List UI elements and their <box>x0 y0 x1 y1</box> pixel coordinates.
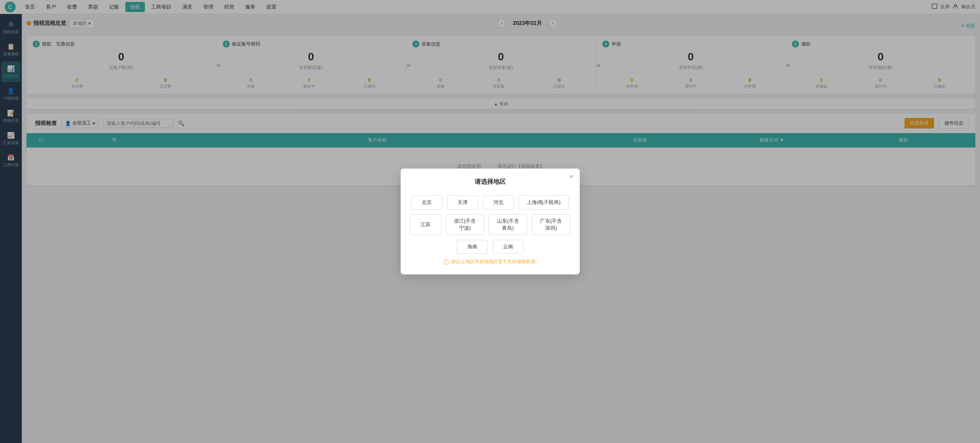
region-jiangsu[interactable]: 江苏 <box>410 214 441 235</box>
warning-icon: ! <box>443 259 449 265</box>
warning-text: 除以上地区外其他地区暂不支持报税检查! <box>451 258 537 265</box>
region-shandong[interactable]: 山东(不含青岛) <box>489 214 527 235</box>
region-hebei[interactable]: 河北 <box>483 195 514 209</box>
dialog-warning: ! 除以上地区外其他地区暂不支持报税检查! <box>410 258 570 265</box>
region-shanghai[interactable]: 上海(电子税局) <box>519 195 569 209</box>
region-hainan[interactable]: 海南 <box>457 240 488 254</box>
region-guangdong[interactable]: 广东(不含深圳) <box>532 214 570 235</box>
region-zhejiang[interactable]: 浙江(不含宁波) <box>446 214 484 235</box>
dialog-overlay[interactable]: × 请选择地区 北京 天津 河北 上海(电子税局) 江苏 浙江(不含宁波) 山东… <box>0 0 980 443</box>
dialog-title: 请选择地区 <box>410 178 570 186</box>
region-row-1: 北京 天津 河北 上海(电子税局) <box>410 195 570 209</box>
region-row-3: 海南 云南 <box>410 240 570 254</box>
region-row-2: 江苏 浙江(不含宁波) 山东(不含青岛) 广东(不含深圳) <box>410 214 570 235</box>
region-beijing[interactable]: 北京 <box>411 195 442 209</box>
region-yunnan[interactable]: 云南 <box>493 240 524 254</box>
region-dialog: × 请选择地区 北京 天津 河北 上海(电子税局) 江苏 浙江(不含宁波) 山东… <box>401 169 580 274</box>
dialog-close-btn[interactable]: × <box>569 173 574 180</box>
region-tianjin[interactable]: 天津 <box>447 195 478 209</box>
